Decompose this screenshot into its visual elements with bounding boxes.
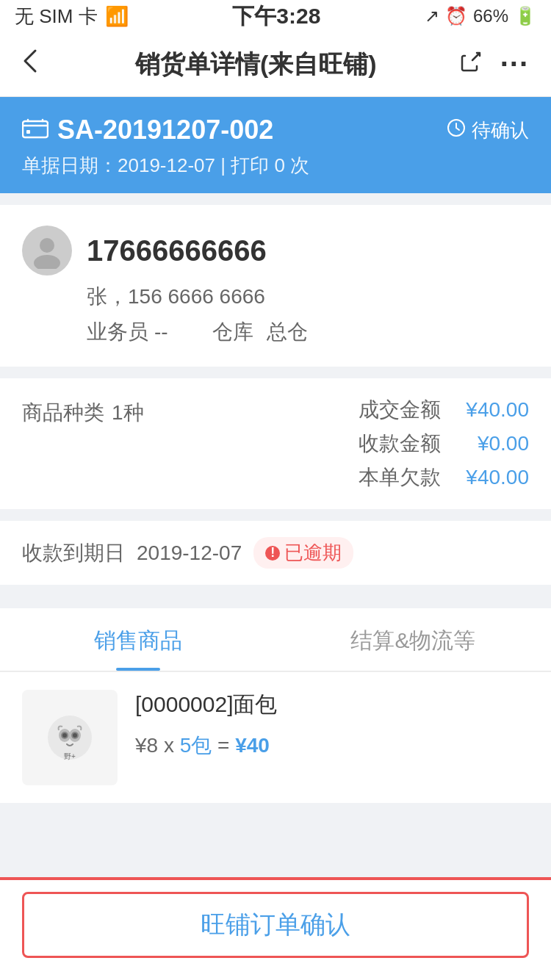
received-amount-value: ¥0.00	[455, 432, 529, 455]
deal-amount-row: 成交金额 ¥40.00	[359, 396, 529, 424]
status-bar: 无 SIM 卡 📶 下午3:28 ↗ ⏰ 66% 🔋	[0, 0, 551, 32]
status-bar-right: ↗ ⏰ 66% 🔋	[425, 6, 536, 26]
product-qty: 5包	[180, 734, 212, 757]
price-formula: ¥8 x	[135, 734, 180, 757]
deal-amount-value: ¥40.00	[455, 398, 529, 422]
svg-point-4	[34, 255, 60, 269]
order-status: 待确认	[447, 118, 529, 143]
warehouse-label: 仓库	[212, 318, 253, 346]
avatar	[22, 226, 72, 275]
stats-section: 商品种类 1种 成交金额 ¥40.00 收款金额 ¥0.00 本单欠款 ¥40.…	[0, 378, 551, 509]
svg-point-10	[62, 733, 67, 738]
due-date-value: 2019-12-07	[137, 541, 242, 565]
svg-rect-1	[26, 130, 30, 134]
share-icon[interactable]	[459, 49, 483, 80]
financial-stats: 成交金额 ¥40.00 收款金额 ¥0.00 本单欠款 ¥40.00	[359, 396, 529, 491]
tab-settlement[interactable]: 结算&物流等	[276, 608, 551, 671]
debt-amount-label: 本单欠款	[359, 464, 441, 491]
product-total: ¥40	[235, 734, 270, 757]
clock-icon	[447, 118, 466, 143]
nav-actions: ···	[459, 48, 529, 81]
product-types-value: 1种	[112, 399, 144, 427]
product-name: [0000002]面包	[135, 690, 529, 720]
product-types: 商品种类 1种	[22, 396, 359, 427]
order-id-icon	[22, 115, 48, 145]
divider-2	[0, 597, 551, 608]
svg-point-3	[40, 238, 54, 253]
overdue-dot-icon: !	[265, 546, 280, 561]
page-title: 销货单详情(来自旺铺)	[53, 48, 459, 82]
due-section: 收款到期日 2019-12-07 ! 已逾期	[0, 521, 551, 585]
customer-section: 17666666666 张，156 6666 6666 业务员 -- 仓库 总仓	[0, 205, 551, 367]
battery-label: 66%	[473, 6, 508, 26]
debt-amount-row: 本单欠款 ¥40.00	[359, 464, 529, 491]
received-amount-row: 收款金额 ¥0.00	[359, 430, 529, 458]
svg-rect-0	[23, 121, 48, 137]
sales-person-label: 业务员	[87, 318, 148, 346]
battery-icon: 🔋	[514, 6, 536, 26]
product-thumbnail: 野+	[22, 690, 118, 785]
order-header: SA-20191207-002 待确认 单据日期：2019-12-07 | 打印…	[0, 97, 551, 193]
received-amount-label: 收款金额	[359, 430, 441, 458]
divider-1	[0, 193, 551, 205]
alarm-icon: ⏰	[445, 6, 467, 26]
wifi-icon: 📶	[105, 5, 129, 28]
more-icon[interactable]: ···	[500, 48, 529, 81]
tabs-container: 销售商品 结算&物流等	[0, 608, 551, 671]
order-id-text: SA-20191207-002	[57, 115, 273, 145]
overdue-text: 已逾期	[284, 540, 342, 566]
deal-amount-label: 成交金额	[359, 396, 441, 424]
status-bar-time: 下午3:28	[232, 1, 320, 32]
tab-settlement-label: 结算&物流等	[350, 628, 475, 652]
equals-sign: =	[212, 734, 235, 757]
warehouse-value: 总仓	[267, 318, 308, 346]
svg-point-11	[73, 733, 77, 738]
svg-text:野+: 野+	[64, 752, 76, 760]
product-item: 野+ [0000002]面包 ¥8 x 5包 = ¥40	[0, 671, 551, 803]
back-button[interactable]	[22, 48, 53, 81]
tab-products[interactable]: 销售商品	[0, 608, 276, 671]
order-id: SA-20191207-002	[22, 115, 273, 145]
product-price: ¥8 x 5包 = ¥40	[135, 732, 529, 760]
debt-amount-value: ¥40.00	[455, 466, 529, 489]
bottom-bar: 旺铺订单确认	[0, 877, 551, 980]
overdue-badge: ! 已逾期	[253, 537, 353, 569]
customer-meta: 业务员 -- 仓库 总仓	[22, 318, 529, 346]
tab-products-label: 销售商品	[94, 628, 182, 652]
order-date: 单据日期：2019-12-07 | 打印 0 次	[22, 153, 529, 179]
warehouse-item: 仓库 总仓	[212, 318, 308, 346]
sales-person-item: 业务员 --	[87, 318, 168, 346]
status-bar-left: 无 SIM 卡 📶	[15, 4, 129, 29]
customer-name-phone: 张，156 6666 6666	[22, 283, 529, 311]
nav-bar: 销货单详情(来自旺铺) ···	[0, 32, 551, 97]
confirm-order-button[interactable]: 旺铺订单确认	[22, 892, 529, 958]
product-types-label: 商品种类	[22, 399, 104, 427]
status-text: 待确认	[472, 118, 529, 143]
no-sim-label: 无 SIM 卡	[15, 4, 98, 29]
sales-person-value: --	[154, 320, 168, 344]
due-date-label: 收款到期日	[22, 539, 125, 567]
location-icon: ↗	[425, 6, 439, 26]
customer-phone: 17666666666	[87, 234, 267, 267]
product-info: [0000002]面包 ¥8 x 5包 = ¥40	[135, 690, 529, 760]
